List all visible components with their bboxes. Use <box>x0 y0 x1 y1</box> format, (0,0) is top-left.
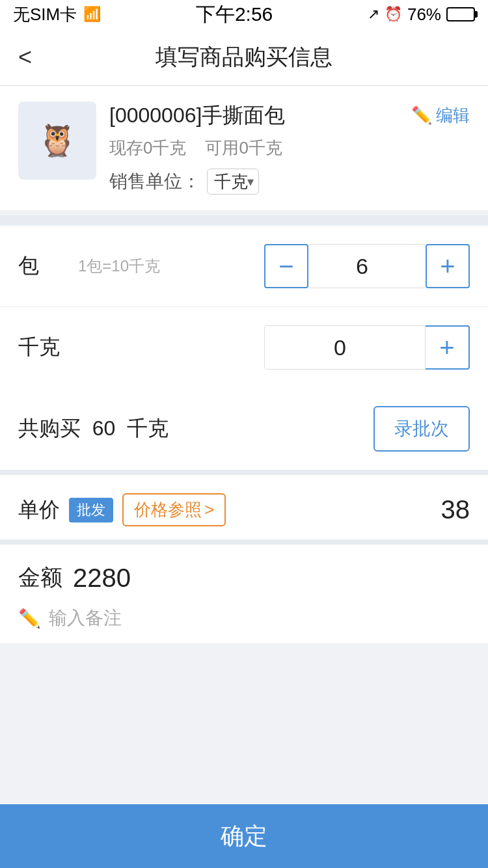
remark-placeholder[interactable]: 输入备注 <box>49 606 122 631</box>
available-label: 可用0千克 <box>205 138 282 157</box>
alarm-icon: ⏰ <box>385 6 402 23</box>
confirm-button[interactable]: 确定 <box>221 821 267 852</box>
product-stock: 现存0千克 可用0千克 <box>109 137 470 159</box>
package-decrement-button[interactable]: − <box>264 244 308 288</box>
pencil-icon: ✏️ <box>18 608 41 629</box>
edit-label: 编辑 <box>436 104 470 127</box>
price-tag: 批发 <box>69 498 113 522</box>
back-button[interactable]: < <box>18 44 32 71</box>
unit-select-wrap[interactable]: 千克 包 <box>207 169 259 195</box>
price-left: 单价 批发 价格参照 > <box>18 493 226 526</box>
edit-button[interactable]: ✏️ 编辑 <box>411 104 470 127</box>
price-label: 单价 <box>18 496 60 524</box>
carrier-label: 无SIM卡 <box>13 3 77 26</box>
kg-qty-input[interactable] <box>264 325 426 370</box>
product-thumbnail: 🦉 <box>18 102 96 180</box>
amount-section: 金额 2280 ✏️ 输入备注 <box>0 545 488 644</box>
status-right: ↗ ⏰ 76% <box>368 5 475 25</box>
status-time: 下午2:56 <box>196 1 273 28</box>
product-card: 🦉 [0000006]手撕面包 现存0千克 可用0千克 销售单位： 千克 包 ✏ <box>0 86 488 215</box>
amount-label: 金额 <box>18 563 62 593</box>
unit-label: 销售单位： <box>109 169 200 194</box>
kg-qty-control: + <box>264 325 470 370</box>
price-section: 单价 批发 价格参照 > 38 <box>0 475 488 545</box>
divider-1 <box>0 215 488 226</box>
price-value: 38 <box>441 495 470 524</box>
kg-label: 千克 <box>18 333 70 362</box>
edit-icon: ✏️ <box>411 105 432 126</box>
price-ref-arrow-icon: > <box>204 500 214 520</box>
package-input-section: 包 1包=10千克 − + 千克 + <box>0 226 488 388</box>
battery-icon <box>446 7 475 21</box>
package-qty-control: − + <box>264 244 470 288</box>
price-ref-button[interactable]: 价格参照 > <box>122 493 226 526</box>
amount-row: 金额 2280 <box>18 563 470 593</box>
nav-bar: < 填写商品购买信息 <box>0 29 488 86</box>
status-left: 无SIM卡 📶 <box>13 3 101 26</box>
total-amount: 60 <box>92 416 116 440</box>
package-input-row: 包 1包=10千克 − + <box>0 226 488 307</box>
total-prefix: 共购买 <box>18 416 81 440</box>
stock-label: 现存0千克 <box>109 138 186 157</box>
package-qty-input[interactable] <box>308 244 426 288</box>
confirm-bar[interactable]: 确定 <box>0 804 488 868</box>
kg-input-row: 千克 + <box>0 307 488 388</box>
battery-percent: 76% <box>407 5 441 25</box>
amount-value: 2280 <box>73 563 131 593</box>
remark-row[interactable]: ✏️ 输入备注 <box>18 606 470 631</box>
product-unit-row: 销售单位： 千克 包 <box>109 169 470 195</box>
price-row: 单价 批发 价格参照 > 38 <box>18 493 470 526</box>
package-label: 包 <box>18 252 70 280</box>
total-unit: 千克 <box>127 416 169 440</box>
price-ref-label: 价格参照 <box>134 498 202 521</box>
total-row: 共购买 60 千克 录批次 <box>0 388 488 475</box>
unit-select[interactable]: 千克 包 <box>207 169 259 195</box>
kg-increment-button[interactable]: + <box>426 325 470 370</box>
status-bar: 无SIM卡 📶 下午2:56 ↗ ⏰ 76% <box>0 0 488 29</box>
batch-button[interactable]: 录批次 <box>373 406 470 452</box>
package-increment-button[interactable]: + <box>426 244 470 288</box>
wifi-icon: 📶 <box>83 6 101 23</box>
total-text: 共购买 60 千克 <box>18 414 169 443</box>
package-sublabel: 1包=10千克 <box>78 256 264 277</box>
location-icon: ↗ <box>368 6 379 23</box>
product-logo-icon: 🦉 <box>38 122 77 159</box>
page-title: 填写商品购买信息 <box>156 42 332 72</box>
